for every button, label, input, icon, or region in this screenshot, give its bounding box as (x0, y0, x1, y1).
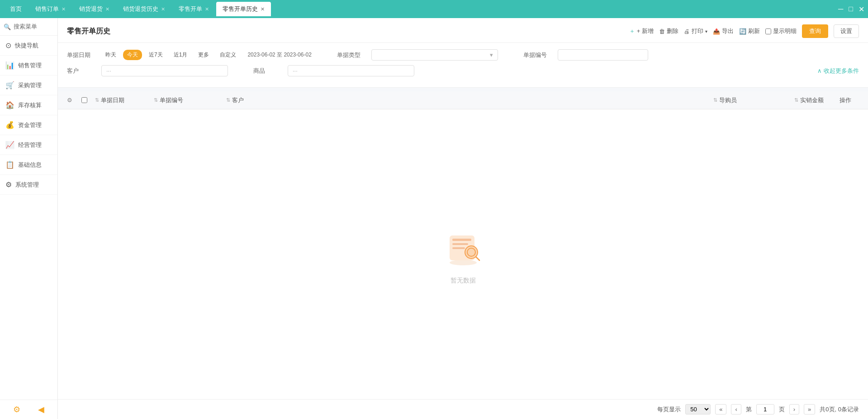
sidebar-item-basic-label: 基础信息 (18, 161, 42, 169)
date-btn-1month[interactable]: 近1月 (170, 50, 192, 60)
sort-icon-guide: ⇅ (713, 97, 717, 103)
sidebar-search[interactable]: 🔍 搜索菜单 (0, 18, 57, 36)
delete-icon: 🗑 (659, 28, 665, 35)
tab-sales-return-history[interactable]: 销货退货历史 ✕ (117, 2, 171, 16)
table-select-all[interactable] (77, 97, 91, 103)
select-all-checkbox[interactable] (81, 97, 87, 103)
export-label: 导出 (722, 27, 734, 35)
number-input[interactable] (558, 49, 648, 61)
customer-input[interactable]: ··· (101, 65, 228, 76)
sidebar-bottom: ⚙ ◀ (0, 400, 57, 419)
empty-state: 暂无数据 (58, 109, 868, 399)
sidebar-item-basic-info[interactable]: 📋 基础信息 (0, 155, 57, 175)
tab-sales-return-label: 销货退货 (79, 5, 103, 13)
empty-text: 暂无数据 (451, 277, 476, 285)
print-button[interactable]: 🖨 打印 ▾ (684, 27, 707, 35)
sort-icon-date: ⇅ (95, 97, 99, 103)
date-btn-more[interactable]: 更多 (194, 50, 213, 60)
settings-button[interactable]: 设置 (834, 24, 859, 38)
delete-button[interactable]: 🗑 删除 (659, 27, 678, 35)
date-btn-custom[interactable]: 自定义 (216, 50, 240, 60)
date-btn-yesterday[interactable]: 昨天 (101, 50, 120, 60)
tab-retail-open-close[interactable]: ✕ (205, 6, 209, 12)
tab-sales-order-label: 销售订单 (35, 5, 59, 13)
print-icon: 🖨 (684, 28, 690, 35)
prev-page-button[interactable]: ‹ (731, 404, 741, 414)
table-settings-icon[interactable]: ⚙ (62, 97, 77, 104)
purchase-mgmt-icon: 🛒 (5, 81, 14, 89)
sidebar-collapse-icon[interactable]: ◀ (38, 405, 44, 414)
th-customer[interactable]: ⇅ 客户 (223, 96, 710, 104)
refresh-icon: 🔄 (739, 28, 746, 35)
minimize-button[interactable]: ─ (838, 5, 843, 13)
sidebar-item-finance[interactable]: 💰 资金管理 (0, 115, 57, 135)
pagination: 每页显示 20 50 100 « ‹ 第 页 › » 共0页, 0条记录 (58, 399, 868, 419)
display-detail-input[interactable] (765, 28, 771, 34)
page-label-pre: 第 (746, 405, 752, 414)
th-amount-label: 实销金额 (800, 96, 824, 104)
sidebar-item-purchase-mgmt[interactable]: 🛒 采购管理 (0, 75, 57, 95)
goods-input[interactable]: ··· (288, 65, 414, 76)
display-detail-checkbox[interactable]: 显示明细 (765, 27, 797, 35)
svg-point-0 (450, 260, 477, 265)
next-page-button[interactable]: › (789, 404, 799, 414)
collapse-button[interactable]: ∧ 收起更多条件 (817, 67, 859, 75)
tab-sales-order-close[interactable]: ✕ (62, 6, 66, 12)
sidebar-settings-icon[interactable]: ⚙ (13, 405, 20, 414)
th-action-label: 操作 (840, 96, 851, 104)
export-button[interactable]: 📤 导出 (713, 27, 734, 35)
query-button[interactable]: 查询 (802, 24, 828, 38)
table-header: ⚙ ⇅ 单据日期 ⇅ 单据编号 ⇅ 客户 ⇅ 导购员 (58, 91, 868, 109)
sidebar-item-system-label: 系统管理 (15, 181, 39, 189)
tab-retail-open-history[interactable]: 零售开单历史 ✕ (216, 2, 271, 16)
tab-retail-open-history-close[interactable]: ✕ (261, 6, 265, 12)
date-btn-7days[interactable]: 近7天 (145, 50, 167, 60)
add-button[interactable]: ＋ + 新增 (629, 27, 654, 35)
maximize-button[interactable]: □ (849, 5, 853, 13)
th-customer-label: 客户 (232, 96, 244, 104)
type-select[interactable]: ▾ (371, 49, 498, 61)
page-number-input[interactable] (756, 404, 774, 414)
tab-home-label: 首页 (10, 5, 22, 13)
sidebar-item-finance-label: 资金管理 (18, 121, 42, 129)
tab-retail-open[interactable]: 零售开单 ✕ (172, 2, 215, 16)
refresh-label: 刷新 (748, 27, 760, 35)
per-page-select[interactable]: 20 50 100 (685, 404, 711, 414)
th-amount[interactable]: ⇅ 实销金额 (764, 96, 827, 104)
goods-label: 商品 (253, 67, 280, 75)
tab-sales-return-history-close[interactable]: ✕ (161, 6, 165, 12)
tab-retail-open-history-label: 零售开单历史 (223, 5, 258, 13)
date-btn-today[interactable]: 今天 (123, 50, 142, 60)
first-page-button[interactable]: « (715, 404, 726, 414)
inventory-icon: 🏠 (5, 101, 14, 109)
tab-home[interactable]: 首页 (4, 2, 28, 16)
th-date-label: 单据日期 (101, 96, 124, 104)
sort-icon-amount: ⇅ (794, 97, 798, 103)
th-number[interactable]: ⇅ 单据编号 (150, 96, 223, 104)
th-date[interactable]: ⇅ 单据日期 (91, 96, 150, 104)
add-label: + 新增 (637, 27, 654, 35)
close-button[interactable]: ✕ (859, 5, 864, 14)
last-page-button[interactable]: » (804, 404, 815, 414)
sidebar-item-inventory[interactable]: 🏠 库存核算 (0, 95, 57, 115)
toolbar: ＋ + 新增 🗑 删除 🖨 打印 ▾ 📤 导出 🔄 (629, 24, 859, 38)
basic-info-icon: 📋 (5, 160, 14, 169)
sidebar-item-sales-mgmt[interactable]: 📊 销售管理 (0, 56, 57, 75)
tab-sales-return[interactable]: 销货退货 ✕ (73, 2, 116, 16)
number-label: 单据编号 (523, 51, 550, 59)
sidebar-item-quick-nav[interactable]: ⊙ 快捷导航 (0, 36, 57, 56)
svg-line-7 (476, 257, 479, 260)
sidebar-item-operations-label: 经营管理 (18, 141, 42, 149)
th-guide[interactable]: ⇅ 导购员 (710, 96, 764, 104)
sidebar-item-purchase-label: 采购管理 (18, 81, 42, 89)
tab-sales-return-close[interactable]: ✕ (105, 6, 109, 12)
tab-sales-order[interactable]: 销售订单 ✕ (29, 2, 72, 16)
refresh-button[interactable]: 🔄 刷新 (739, 27, 760, 35)
sidebar-item-system[interactable]: ⚙ 系统管理 (0, 175, 57, 195)
operations-icon: 📈 (5, 141, 14, 149)
svg-rect-4 (452, 247, 465, 249)
tab-retail-open-label: 零售开单 (179, 5, 202, 13)
th-guide-label: 导购员 (719, 96, 737, 104)
sidebar-item-operations[interactable]: 📈 经营管理 (0, 135, 57, 155)
print-label: 打印 (692, 27, 703, 35)
